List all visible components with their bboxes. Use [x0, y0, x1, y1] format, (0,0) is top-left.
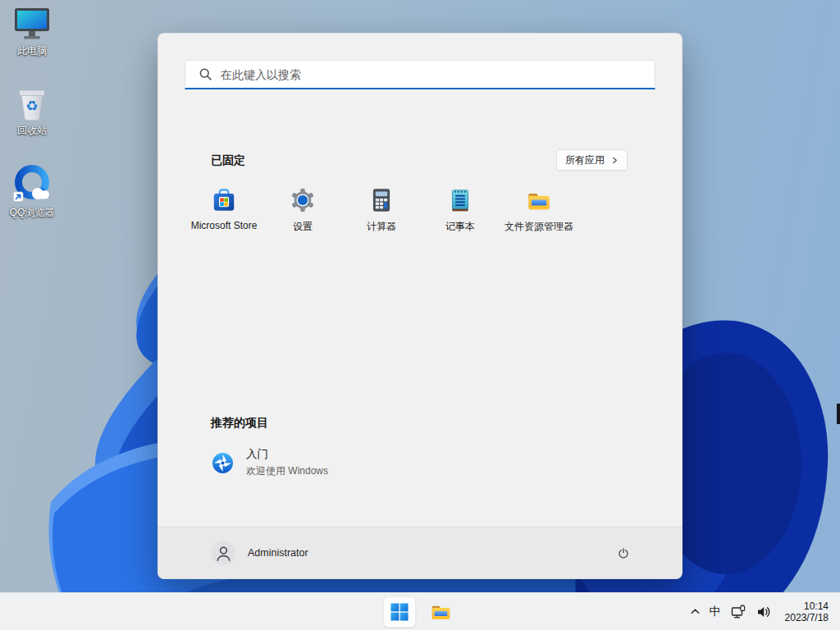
taskbar-center: [383, 596, 457, 628]
system-tray: 中 10:14 2023/7: [690, 593, 840, 630]
user-avatar-icon: [211, 541, 236, 566]
speaker-icon: [756, 604, 772, 620]
desktop-icon-label: 此电脑: [17, 45, 47, 57]
search-input[interactable]: [221, 68, 645, 81]
start-button[interactable]: [383, 596, 416, 628]
desktop-icon-recycle-bin[interactable]: ♻ 回收站: [2, 84, 62, 136]
taskbar: 中 10:14 2023/7: [0, 592, 840, 630]
app-tile-microsoft-store[interactable]: Microsoft Store: [185, 186, 263, 235]
this-pc-icon: [12, 7, 52, 43]
volume-button[interactable]: [756, 604, 772, 620]
start-search-box[interactable]: [185, 60, 655, 89]
app-tile-label: 文件资源管理器: [504, 220, 573, 234]
app-tile-label: 记事本: [445, 220, 475, 234]
desktop-icon-this-pc[interactable]: 此电脑: [2, 7, 62, 57]
power-icon: [615, 545, 632, 561]
desktop-icon-label: QQ浏览器: [10, 207, 55, 218]
ime-indicator[interactable]: 中: [710, 605, 721, 619]
tray-overflow-button[interactable]: [690, 606, 701, 617]
app-tile-label: Microsoft Store: [191, 220, 258, 231]
start-menu-footer: Administrator: [158, 527, 682, 578]
user-name-label: Administrator: [248, 547, 308, 559]
app-tile-label: 设置: [293, 220, 313, 234]
clock-date: 2023/7/18: [785, 612, 829, 623]
recommended-item-title: 入门: [246, 447, 328, 462]
ethernet-network-icon: [730, 604, 746, 620]
notepad-icon: [446, 186, 474, 214]
settings-gear-icon: [289, 186, 317, 214]
clock-time: 10:14: [785, 600, 829, 612]
app-tile-calculator[interactable]: 计算器: [342, 186, 421, 235]
desktop-icon-qq-browser[interactable]: QQ浏览器: [2, 163, 62, 218]
qq-browser-icon: [11, 163, 52, 204]
app-tile-settings[interactable]: 设置: [263, 186, 342, 235]
app-tile-notepad[interactable]: 记事本: [421, 186, 500, 235]
get-started-icon: [211, 451, 235, 475]
desktop-icon-label: 回收站: [17, 125, 47, 136]
taskbar-file-explorer-button[interactable]: [424, 596, 457, 628]
recommended-item-get-started[interactable]: 入门 欢迎使用 Windows: [201, 442, 338, 483]
taskbar-clock[interactable]: 10:14 2023/7/18: [785, 600, 829, 623]
recommended-item-subtitle: 欢迎使用 Windows: [246, 464, 328, 478]
chevron-right-icon: [611, 157, 619, 164]
svg-text:♻: ♻: [25, 98, 38, 114]
calculator-icon: [368, 186, 395, 214]
screen-edge-mark: [837, 404, 840, 424]
power-button[interactable]: [611, 541, 636, 565]
network-button[interactable]: [730, 604, 746, 620]
app-tile-file-explorer[interactable]: 文件资源管理器: [500, 186, 578, 235]
desktop: 此电脑 ♻ 回收站 QQ浏览器: [0, 0, 840, 630]
user-account-button[interactable]: Administrator: [211, 541, 308, 566]
start-menu-panel: 已固定 所有应用 Microsoft Store: [158, 33, 682, 579]
search-icon: [199, 67, 212, 81]
file-explorer-icon: [429, 600, 453, 623]
app-tile-label: 计算器: [367, 220, 396, 234]
file-explorer-icon: [525, 186, 553, 214]
windows-logo-icon: [390, 603, 409, 621]
recommended-section-title: 推荐的项目: [211, 416, 268, 431]
microsoft-store-icon: [210, 186, 238, 214]
chevron-up-icon: [690, 606, 701, 617]
recommended-item-text: 入门 欢迎使用 Windows: [246, 447, 328, 478]
pinned-apps-grid: Microsoft Store 设置: [185, 153, 578, 235]
recycle-bin-icon: ♻: [14, 84, 50, 122]
